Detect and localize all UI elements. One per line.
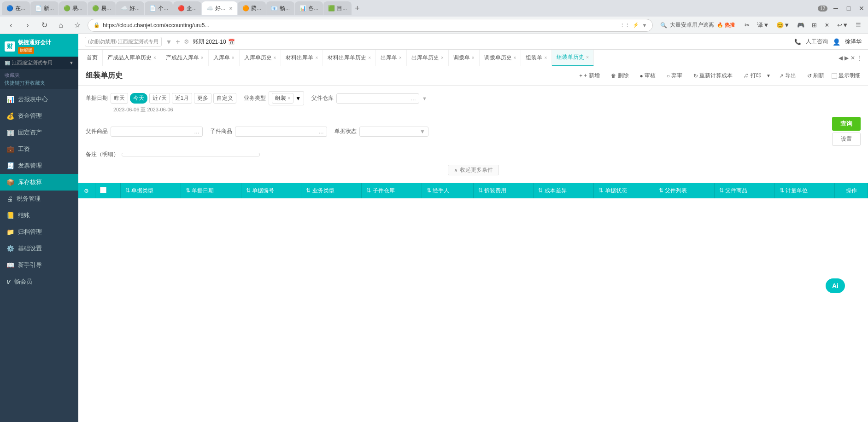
parent-goods-input[interactable]: … [111,127,203,137]
browser-tab-3[interactable]: 🟢 易... [59,1,87,15]
nav-tab-outbound-close[interactable]: × [399,55,402,60]
company-selector[interactable]: 🏢 江西服宝测试专用 ▼ [0,57,78,69]
nav-tab-inbound[interactable]: 入库单 × [209,50,240,66]
table-col-settings[interactable]: ⚙ [78,183,95,198]
nav-more[interactable]: ⋮ [857,55,862,61]
browser-tab-1[interactable]: 🔵 在... [2,1,30,15]
nav-tab-outbound-history-close[interactable]: × [441,55,444,60]
nav-tab-material-out[interactable]: 材料出库单 × [281,50,323,66]
browser-tab-10[interactable]: 📧 畅... [266,1,294,15]
child-goods-more-icon[interactable]: … [318,128,324,135]
browser-tab-7[interactable]: 🔴 企... [173,1,201,15]
company-dropdown-chevron[interactable]: ▼ [165,38,172,46]
select-all-checkbox[interactable] [100,187,106,193]
menu-icon[interactable]: ☰ [853,21,863,29]
notes-input[interactable] [122,153,260,156]
window-maximize-btn[interactable]: □ [844,4,853,13]
approve-button[interactable]: ● 审核 [636,70,659,81]
table-container[interactable]: ⚙ ⇅ 单据类型 ⇅ 单据日期 [78,183,868,422]
browser-tab-4[interactable]: 🟢 易... [88,1,116,15]
export-button[interactable]: ↗ 导出 [775,70,800,81]
sidebar-item-salary[interactable]: 💼 工资 [0,141,78,157]
help-icon[interactable]: 📞 [794,39,801,45]
slip-status-dropdown[interactable]: ▼ [420,128,425,135]
bookmark-button[interactable]: ☆ [71,19,84,32]
sidebar-item-member[interactable]: V 畅会员 [0,273,78,290]
table-col-checkbox[interactable] [95,183,121,198]
nav-tab-transfer-history[interactable]: 调拨单历史 × [480,50,522,66]
browser-tab-11[interactable]: 📊 各... [295,1,323,15]
print-dropdown-button[interactable]: ▼ [765,71,772,80]
nav-tab-material-out-close[interactable]: × [315,55,318,60]
reload-button[interactable]: ↻ [38,19,51,32]
biz-type-tag-remove[interactable]: × [287,96,290,101]
parent-warehouse-more-icon[interactable]: … [411,95,416,102]
nav-scroll-right[interactable]: ▶ [845,55,849,61]
parent-warehouse-extra[interactable]: ▼ [422,96,427,101]
table-col-handler[interactable]: ⇅ 经手人 [422,183,473,198]
table-col-biz-type[interactable]: ⇅ 业务类型 [301,183,362,198]
dropdown-icon[interactable]: ▼ [642,23,647,28]
undo-icon[interactable]: ↩▼ [835,21,850,29]
browser-tab-9[interactable]: 🟠 腾... [238,1,266,15]
sidebar-item-archive[interactable]: 📁 归档管理 [0,224,78,240]
game-icon[interactable]: 🎮 [795,21,807,29]
nav-tab-assembly-close[interactable]: × [544,55,547,60]
sidebar-item-inventory[interactable]: 📦 库存核算 [0,174,78,191]
table-col-parent-goods[interactable]: ⇅ 父件商品 [714,183,774,198]
nav-tab-finished-history-close[interactable]: × [153,55,156,60]
tab-count-badge[interactable]: 12 [818,6,827,12]
child-goods-input[interactable]: … [235,127,327,137]
table-col-slip-type[interactable]: ⇅ 单据类型 [121,183,181,198]
sidebar-item-guide[interactable]: 📖 新手引导 [0,257,78,273]
sidebar-item-funds[interactable]: 💰 资金管理 [0,108,78,124]
table-col-cost-diff[interactable]: ⇅ 成本差异 [534,183,594,198]
tab8-close[interactable]: ✕ [229,6,233,11]
nav-close-all[interactable]: ✕ [850,55,855,61]
parent-warehouse-input[interactable]: … [336,93,419,104]
nav-scroll-left[interactable]: ◀ [839,55,843,61]
table-col-slip-status[interactable]: ⇅ 单据状态 [594,183,654,198]
nav-tab-assembly-history[interactable]: 组装单历史 × [552,50,594,66]
custom-date-btn[interactable]: 自定义 [213,93,236,104]
sidebar-item-reports[interactable]: 📊 云报表中心 [0,91,78,108]
recalculate-button[interactable]: ↻ 重新计算成本 [690,70,736,81]
sidebar-item-tax[interactable]: 🖨 税务管理 [0,191,78,207]
search-icon[interactable]: 🔍 [660,22,667,29]
new-tab-button[interactable]: + [352,4,363,13]
nav-tab-material-out-history[interactable]: 材料出库单历史 × [323,50,376,66]
nav-tab-inbound-history-close[interactable]: × [274,55,276,60]
refresh-button[interactable]: ↺ 刷新 [803,70,828,81]
more-date-btn[interactable]: 更多 [194,93,211,104]
back-button[interactable]: ‹ [5,19,18,32]
calendar-icon[interactable]: 📅 [228,39,235,45]
slip-status-select[interactable]: ▼ [359,127,428,137]
window-minimize-btn[interactable]: ─ [831,4,840,13]
nav-tab-home[interactable]: 首页 [82,50,103,66]
home-button[interactable]: ⌂ [54,19,67,32]
yesterday-btn[interactable]: 昨天 [111,93,128,104]
browser-tab-6[interactable]: 📄 个... [145,1,173,15]
7days-btn[interactable]: 近7天 [149,93,170,104]
today-btn[interactable]: 今天 [130,93,147,104]
grid-icon[interactable]: ⋮⋮ [620,22,630,28]
table-col-unit[interactable]: ⇅ 计量单位 [774,183,835,198]
add-button[interactable]: + + 新增 [575,70,603,81]
nav-tab-material-out-history-close[interactable]: × [368,55,371,60]
biz-type-select[interactable]: 组装 × ▼ [269,91,304,105]
nav-tab-outbound-history[interactable]: 出库单历史 × [407,50,449,66]
nav-tab-transfer-history-close[interactable]: × [514,55,516,60]
nav-tab-finished-close[interactable]: × [201,55,204,60]
translate-icon[interactable]: 译▼ [755,20,771,30]
table-col-slip-date[interactable]: ⇅ 单据日期 [181,183,241,198]
settings-gear-icon[interactable]: ⚙ [184,38,189,45]
print-main-button[interactable]: 🖨 打印 [740,70,765,81]
nav-tab-finished-history[interactable]: 产成品入库单历史 × [103,50,161,66]
forward-button[interactable]: › [21,19,34,32]
parent-goods-more-icon[interactable]: … [194,128,199,135]
nav-tab-assembly-history-close[interactable]: × [586,55,589,60]
browser-tab-12[interactable]: 🟩 目... [323,1,352,15]
sidebar-item-invoice[interactable]: 🧾 发票管理 [0,157,78,174]
sidebar-item-accounts[interactable]: 📒 结账 [0,207,78,224]
nav-tab-assembly[interactable]: 组装单 × [521,50,552,66]
